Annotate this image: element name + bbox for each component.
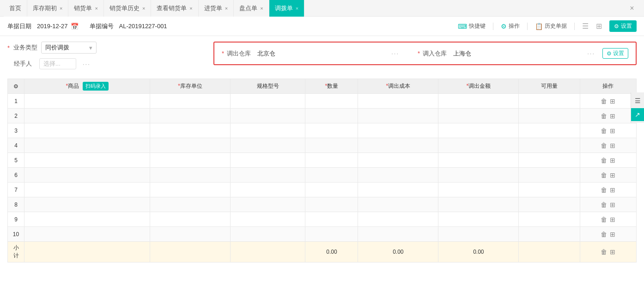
row-spec[interactable] xyxy=(231,138,305,153)
row-amount[interactable] xyxy=(438,197,519,212)
row-available[interactable] xyxy=(519,109,580,123)
row-amount[interactable] xyxy=(438,168,519,183)
copy-row-icon[interactable]: ⊞ xyxy=(610,186,615,194)
row-product[interactable] xyxy=(24,138,150,153)
tab-close-view-sales[interactable]: × xyxy=(189,6,192,11)
row-available[interactable] xyxy=(519,138,580,153)
row-available[interactable] xyxy=(519,227,580,242)
tab-purchase-order[interactable]: 进货单 × xyxy=(199,0,234,17)
row-unit[interactable] xyxy=(150,183,231,197)
row-spec[interactable] xyxy=(231,212,305,227)
row-cost[interactable] xyxy=(358,168,438,183)
tab-home[interactable]: 首页 xyxy=(4,0,27,17)
row-cost[interactable] xyxy=(358,153,438,168)
row-qty[interactable] xyxy=(305,138,358,153)
tab-close-stocktake[interactable]: × xyxy=(260,6,263,11)
row-qty[interactable] xyxy=(305,197,358,212)
row-cost[interactable] xyxy=(358,212,438,227)
row-available[interactable] xyxy=(519,168,580,183)
biz-type-select[interactable]: 同价调拨 ▾ xyxy=(41,42,97,54)
row-cost[interactable] xyxy=(358,138,438,153)
copy-row-icon[interactable]: ⊞ xyxy=(610,201,615,208)
shortcut-link[interactable]: ⌨ 快捷键 xyxy=(458,22,486,30)
copy-row-icon[interactable]: ⊞ xyxy=(610,248,615,256)
row-unit[interactable] xyxy=(150,153,231,168)
row-amount[interactable] xyxy=(438,109,519,123)
right-tool-list-icon[interactable]: ☰ xyxy=(631,94,644,107)
history-link[interactable]: 📋 历史单据 xyxy=(535,22,567,30)
tab-sales-history[interactable]: 销货单历史 × xyxy=(104,0,151,17)
row-unit[interactable] xyxy=(150,227,231,242)
row-amount[interactable] xyxy=(438,227,519,242)
window-close-button[interactable]: × xyxy=(624,0,640,17)
row-amount[interactable] xyxy=(438,212,519,227)
transfer-in-more-icon[interactable]: ··· xyxy=(587,50,595,57)
copy-row-icon[interactable]: ⊞ xyxy=(610,157,615,164)
tab-close-sales-order[interactable]: × xyxy=(95,6,97,11)
person-select[interactable]: 选择... xyxy=(39,58,76,69)
delete-row-icon[interactable]: 🗑 xyxy=(601,142,607,149)
row-available[interactable] xyxy=(519,153,580,168)
copy-row-icon[interactable]: ⊞ xyxy=(610,142,615,149)
row-available[interactable] xyxy=(519,183,580,197)
row-cost[interactable] xyxy=(358,197,438,212)
row-product[interactable] xyxy=(24,183,150,197)
calendar-icon[interactable]: 📅 xyxy=(71,23,79,30)
copy-row-icon[interactable]: ⊞ xyxy=(610,171,615,179)
row-unit[interactable] xyxy=(150,212,231,227)
row-product[interactable] xyxy=(24,123,150,138)
row-qty[interactable] xyxy=(305,109,358,123)
settings-button[interactable]: ⚙ 设置 xyxy=(609,20,637,32)
transfer-in-value[interactable]: 上海仓 xyxy=(453,49,471,58)
row-product[interactable] xyxy=(24,153,150,168)
transfer-out-value[interactable]: 北京仓 xyxy=(257,49,275,58)
row-amount[interactable] xyxy=(438,183,519,197)
person-more-icon[interactable]: ··· xyxy=(83,61,91,67)
operation-link[interactable]: ⚙ 操作 xyxy=(501,22,520,30)
delete-row-icon[interactable]: 🗑 xyxy=(601,112,607,120)
copy-row-icon[interactable]: ⊞ xyxy=(610,127,615,134)
row-spec[interactable] xyxy=(231,242,305,262)
delete-row-icon[interactable]: 🗑 xyxy=(601,171,607,179)
row-product[interactable] xyxy=(24,227,150,242)
row-qty[interactable] xyxy=(305,123,358,138)
row-cost[interactable] xyxy=(358,123,438,138)
right-tool-export-icon[interactable]: ↗ xyxy=(631,108,644,121)
row-available[interactable] xyxy=(519,123,580,138)
row-qty[interactable]: 0.00 xyxy=(305,242,358,262)
row-cost[interactable] xyxy=(358,109,438,123)
delete-row-icon[interactable]: 🗑 xyxy=(601,231,607,238)
row-spec[interactable] xyxy=(231,94,305,109)
scan-entry-button[interactable]: 扫码录入 xyxy=(83,82,109,91)
tab-view-sales[interactable]: 查看销货单 × xyxy=(151,0,198,17)
row-spec[interactable] xyxy=(231,197,305,212)
row-amount[interactable] xyxy=(438,94,519,109)
row-cost[interactable]: 0.00 xyxy=(358,242,438,262)
row-unit[interactable] xyxy=(150,242,231,262)
row-unit[interactable] xyxy=(150,109,231,123)
delete-row-icon[interactable]: 🗑 xyxy=(601,186,607,194)
row-qty[interactable] xyxy=(305,183,358,197)
row-product[interactable] xyxy=(24,197,150,212)
row-qty[interactable] xyxy=(305,168,358,183)
row-amount[interactable]: 0.00 xyxy=(438,242,519,262)
col-settings[interactable]: ⚙ xyxy=(8,79,24,94)
copy-row-icon[interactable]: ⊞ xyxy=(610,98,615,105)
row-available[interactable] xyxy=(519,94,580,109)
tab-close-sales-history[interactable]: × xyxy=(142,6,145,11)
row-spec[interactable] xyxy=(231,227,305,242)
transfer-settings-button[interactable]: ⚙ 设置 xyxy=(602,48,628,59)
row-unit[interactable] xyxy=(150,168,231,183)
row-spec[interactable] xyxy=(231,168,305,183)
row-cost[interactable] xyxy=(358,183,438,197)
row-spec[interactable] xyxy=(231,109,305,123)
row-unit[interactable] xyxy=(150,197,231,212)
layout-icon2[interactable]: ⊞ xyxy=(596,22,602,31)
row-qty[interactable] xyxy=(305,94,358,109)
delete-row-icon[interactable]: 🗑 xyxy=(601,157,607,164)
row-product[interactable] xyxy=(24,212,150,227)
row-amount[interactable] xyxy=(438,138,519,153)
transfer-out-more-icon[interactable]: ··· xyxy=(391,50,399,57)
delete-row-icon[interactable]: 🗑 xyxy=(601,98,607,105)
row-available[interactable] xyxy=(519,212,580,227)
